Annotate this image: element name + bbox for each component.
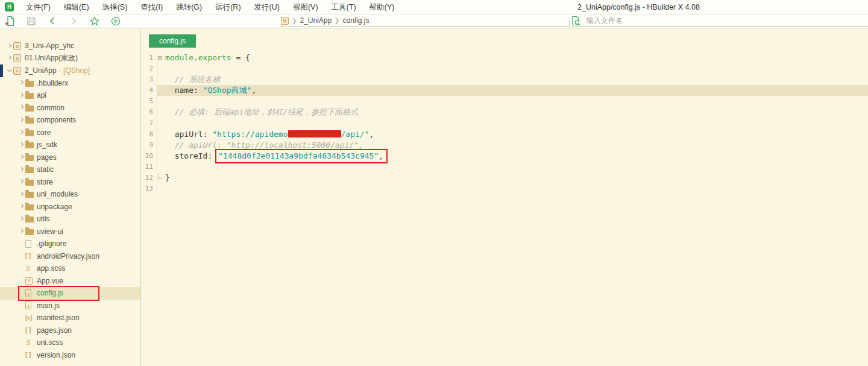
line-number: 4 xyxy=(142,85,157,96)
menu-i[interactable]: 查找(I) xyxy=(136,3,168,11)
new-file-button[interactable] xyxy=(5,16,16,27)
chevron-right-icon[interactable] xyxy=(17,82,25,84)
sidebar-item-label: core xyxy=(37,128,51,137)
chevron-right-icon[interactable] xyxy=(5,45,13,47)
code-line-10[interactable]: 10 storeId: "1448d0f2e01143a9bdfa4634b54… xyxy=(142,151,868,162)
file-search-input[interactable]: 输入文件名 xyxy=(570,14,866,27)
sidebar-item-core[interactable]: core xyxy=(0,127,140,139)
code-text: apiUrl: "https://apidemo/api/", xyxy=(165,129,868,140)
chevron-right-icon[interactable] xyxy=(17,144,25,146)
vue-file-icon xyxy=(25,277,33,285)
code-line-2[interactable]: 2 xyxy=(142,63,868,74)
code-line-12[interactable]: 12} xyxy=(142,172,868,183)
sidebar-item-static[interactable]: static xyxy=(0,163,140,176)
sidebar-item-01.uniapp[interactable]: 01.UniApp(家政) xyxy=(0,52,140,65)
sidebar-item-main.js[interactable]: main.js xyxy=(0,300,140,312)
code-line-13[interactable]: 13 xyxy=(142,183,868,194)
code-text xyxy=(165,162,868,172)
chevron-right-icon[interactable] xyxy=(17,119,25,121)
menu-r[interactable]: 运行(R) xyxy=(210,3,245,11)
chevron-right-icon[interactable] xyxy=(17,107,25,109)
js-file-icon xyxy=(25,289,31,297)
code-line-6[interactable]: 6 // 必填: 后端api地址，斜杠/结尾，参照下面格式 xyxy=(142,107,868,118)
sidebar-item-app.scss[interactable]: app.scss xyxy=(0,262,140,275)
sidebar-item-config.js[interactable]: config.js xyxy=(0,287,140,300)
sidebar-item-version.json[interactable]: version.json xyxy=(0,349,140,362)
sidebar-item-androidprivacy.json[interactable]: androidPrivacy.json xyxy=(0,250,140,263)
chevron-right-icon[interactable] xyxy=(17,169,25,171)
forward-button[interactable] xyxy=(68,16,79,27)
chevron-right-icon[interactable] xyxy=(17,230,25,232)
breadcrumb-file[interactable]: config.js xyxy=(343,16,370,25)
sidebar-item-label: js_sdk xyxy=(37,140,57,149)
sidebar-item-3_uni-app_yhc[interactable]: 3_Uni-App_yhc xyxy=(0,40,140,52)
code-text: } xyxy=(165,172,868,183)
menu-e[interactable]: 编辑(E) xyxy=(59,3,94,11)
chevron-right-icon[interactable] xyxy=(17,131,25,133)
uniapp-project-icon: u xyxy=(281,17,289,25)
sidebar-item-utils[interactable]: utils xyxy=(0,213,140,226)
sidebar-item-label: store xyxy=(37,178,53,186)
menu-v[interactable]: 视图(V) xyxy=(288,3,323,11)
sidebar-item-js_sdk[interactable]: js_sdk xyxy=(0,139,140,151)
sidebar-item-label: version.json xyxy=(37,351,75,359)
sidebar-item-components[interactable]: components xyxy=(0,114,140,127)
code-line-8[interactable]: 8 apiUrl: "https://apidemo/api/", xyxy=(142,129,868,140)
gutter xyxy=(157,85,165,96)
code-line-11[interactable]: 11 xyxy=(142,162,868,172)
sidebar-item-uview-ui[interactable]: uview-ui xyxy=(0,226,140,238)
chevron-right-icon[interactable] xyxy=(5,57,13,59)
sidebar-item-2_uniapp[interactable]: 2_UniApp- [QShop] xyxy=(0,65,140,77)
code-line-3[interactable]: 3 // 系统名称 xyxy=(142,74,868,85)
back-button[interactable] xyxy=(47,16,58,27)
run-button[interactable] xyxy=(110,16,121,27)
menu-t[interactable]: 工具(T) xyxy=(327,3,361,11)
line-number: 7 xyxy=(142,118,157,129)
code-line-5[interactable]: 5 xyxy=(142,96,868,107)
line-number: 9 xyxy=(142,140,157,151)
code-line-7[interactable]: 7 xyxy=(142,118,868,129)
uniapp-project-icon xyxy=(13,42,21,50)
menu-g[interactable]: 跳转(G) xyxy=(171,3,207,11)
sidebar-item-store[interactable]: store xyxy=(0,176,140,189)
folder-icon xyxy=(25,204,34,210)
sidebar-item-api[interactable]: api xyxy=(0,89,140,102)
search-placeholder: 输入文件名 xyxy=(587,16,623,26)
window-title: 2_UniApp/config.js - HBuilder X 4.08 xyxy=(577,0,700,14)
sidebar-item-.gitignore[interactable]: .gitignore xyxy=(0,238,140,250)
chevron-right-icon[interactable] xyxy=(17,95,25,96)
chevron-right-icon[interactable] xyxy=(17,156,25,158)
chevron-right-icon[interactable] xyxy=(17,194,25,195)
menu-y[interactable]: 帮助(Y) xyxy=(365,3,400,11)
sidebar-item-uni_modules[interactable]: uni_modules xyxy=(0,188,140,201)
code-line-4[interactable]: 4··name: "QShop商城", xyxy=(142,85,868,96)
sidebar-item-app.vue[interactable]: App.vue xyxy=(0,275,140,288)
save-button[interactable] xyxy=(26,16,37,27)
chevron-right-icon[interactable] xyxy=(17,206,25,207)
line-number: 13 xyxy=(142,183,157,194)
menu-f[interactable]: 文件(F) xyxy=(21,3,55,11)
fold-marker[interactable] xyxy=(157,52,165,63)
chevron-right-icon[interactable] xyxy=(17,181,25,183)
sidebar-item-common[interactable]: common xyxy=(0,102,140,115)
sidebar-item-unpackage[interactable]: unpackage xyxy=(0,201,140,213)
sidebar-item-pages.json[interactable]: pages.json xyxy=(0,324,140,337)
sidebar-item-label: .gitignore xyxy=(37,239,66,248)
code-line-1[interactable]: 1module.exports = { xyxy=(142,52,868,63)
sidebar-item-uni.scss[interactable]: uni.scss xyxy=(0,336,140,349)
menu-u[interactable]: 发行(U) xyxy=(250,3,285,11)
chevron-down-icon[interactable] xyxy=(5,71,13,71)
favorite-button[interactable] xyxy=(89,16,100,27)
breadcrumb-project[interactable]: 2_UniApp xyxy=(300,16,332,25)
sidebar-item-manifest.json[interactable]: manifest.json xyxy=(0,312,140,324)
editor-tab-bar: config.js xyxy=(142,28,868,48)
sidebar-item-label: utils xyxy=(37,215,49,223)
tab-config-js[interactable]: config.js xyxy=(149,34,196,48)
sidebar-item-.hbuilderx[interactable]: .hbuilderx xyxy=(0,77,140,90)
chevron-right-icon[interactable] xyxy=(17,218,25,220)
sidebar-item-pages[interactable]: pages xyxy=(0,151,140,164)
code-text xyxy=(165,96,868,107)
line-number: 8 xyxy=(142,129,157,140)
menu-s[interactable]: 选择(S) xyxy=(98,3,133,11)
code-token: module xyxy=(165,53,193,62)
